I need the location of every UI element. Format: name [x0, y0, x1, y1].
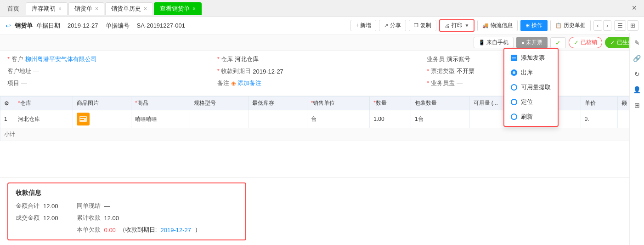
- nav-prev[interactable]: ‹: [593, 20, 602, 31]
- sidebar-link-icon[interactable]: 🔗: [631, 52, 643, 64]
- same-order-item: 同单现结 —: [77, 202, 201, 210]
- customer-value[interactable]: 柳州粤港平安气体有限公司: [25, 55, 97, 63]
- warehouse-value: 河北仓库: [235, 55, 259, 63]
- window-close-button[interactable]: ×: [626, 3, 642, 13]
- ticket-type-label: 票据类型: [427, 67, 455, 75]
- col-product-img: 商品图片: [73, 97, 131, 110]
- menu-out-warehouse[interactable]: 出库: [504, 65, 558, 80]
- receipt-info: 收款信息 金额合计 12.00 成交金额 12.00: [7, 182, 246, 240]
- doc-number-label: 单据编号: [106, 22, 130, 30]
- new-button-label: + 新增: [356, 22, 371, 29]
- arrears-end: ）: [195, 226, 201, 234]
- receipt-title: 收款信息: [16, 189, 238, 197]
- add-invoice-icon: [511, 55, 517, 61]
- view-grid[interactable]: ⊞: [627, 20, 638, 31]
- share-button-label: 分享: [390, 22, 401, 29]
- view-list[interactable]: ☰: [614, 20, 626, 31]
- svg-rect-4: [512, 58, 516, 58]
- address-field: 客户地址 —: [7, 67, 217, 75]
- menu-add-invoice[interactable]: 添加发票: [504, 51, 558, 65]
- svg-rect-1: [80, 117, 86, 118]
- menu-available-qty[interactable]: 可用量提取: [504, 80, 558, 95]
- menu-locate-label: 定位: [521, 98, 533, 106]
- project-field: 项目 —: [7, 79, 217, 87]
- row-product-img: [73, 110, 131, 128]
- menu-out-warehouse-label: 出库: [521, 68, 533, 77]
- row-quantity: 1.00: [370, 110, 411, 128]
- project-label: 项目: [7, 79, 19, 87]
- address-value: —: [33, 68, 39, 75]
- receipt-rows: 金额合计 12.00 成交金额 12.00 同单现结 —: [16, 202, 238, 234]
- copy-button[interactable]: ❐ 复制: [409, 20, 436, 31]
- add-note-plus-icon: ⊕: [231, 80, 236, 87]
- available-qty-icon: [511, 84, 517, 91]
- tab-inventory[interactable]: 库存期初 ×: [26, 2, 68, 15]
- tab-view-sales-label: 查看销货单: [160, 5, 190, 13]
- sidebar-rotate-icon[interactable]: ↻: [631, 68, 643, 80]
- tab-sales-history-close[interactable]: ×: [144, 6, 147, 12]
- menu-locate[interactable]: 定位: [504, 95, 558, 109]
- arrears-label: 本单欠款: [77, 226, 101, 234]
- new-button[interactable]: + 新增: [350, 20, 376, 31]
- add-note-button[interactable]: ⊕ 添加备注: [231, 79, 261, 87]
- toolbar: ↩ 销货单 单据日期 2019-12-27 单据编号 SA-20191227-0…: [0, 17, 644, 35]
- col-settings: ⚙: [0, 97, 14, 110]
- row-spec: [190, 110, 249, 128]
- nav-next[interactable]: ›: [603, 20, 611, 31]
- same-order-value: —: [104, 203, 110, 210]
- product-image: [77, 113, 90, 125]
- toolbar-actions: + 新增 ↗ 分享 ❐ 复制 🖨 打印 ▼ 🚚 物流信息: [350, 19, 638, 32]
- col-min-stock: 最低库存: [249, 97, 307, 110]
- tab-view-sales-close[interactable]: ×: [192, 6, 196, 12]
- doc-date-label: 单据日期: [36, 22, 60, 30]
- row-unit: 台: [307, 110, 370, 128]
- sidebar-edit-icon[interactable]: ✎: [631, 37, 643, 49]
- cumulative-value: 12.00: [104, 215, 119, 222]
- confirmed-label: 已核销: [581, 39, 597, 46]
- history-button[interactable]: 📋 历史单据: [550, 20, 591, 31]
- total-amount-value: 12.00: [43, 203, 58, 210]
- arrears-note: （收款到期日:: [119, 226, 157, 234]
- operation-button[interactable]: ⊞ 操作: [520, 20, 548, 31]
- copy-button-label: 复制: [420, 22, 431, 29]
- from-phone-button[interactable]: 📱 来自手机: [474, 37, 514, 48]
- tab-sales-history[interactable]: 销货单历史 ×: [105, 2, 153, 15]
- tab-sales-close[interactable]: ×: [95, 6, 98, 12]
- print-button[interactable]: 🖨 打印 ▼: [439, 19, 475, 32]
- menu-refresh[interactable]: 刷新: [504, 109, 558, 124]
- row-pack-qty: 1台: [411, 110, 469, 128]
- tab-view-sales[interactable]: 查看销货单 ×: [154, 2, 202, 15]
- right-sidebar: ✎ 🔗 ↻ 👤 ⊞ ⤢: [629, 33, 644, 245]
- logistics-button[interactable]: 🚚 物流信息: [477, 20, 518, 31]
- col-unit: *销售单位: [307, 97, 370, 110]
- operation-menu: 添加发票 出库 可用量提取 定位 刷新: [503, 48, 559, 127]
- share-button[interactable]: ↗ 分享: [379, 20, 406, 31]
- row-unit-price: 0.: [581, 110, 617, 128]
- menu-refresh-label: 刷新: [521, 113, 533, 121]
- payment-date-label: 收款到期日: [217, 67, 251, 75]
- payment-date-field: 收款到期日 2019-12-27: [217, 67, 427, 75]
- menu-add-invoice-label: 添加发票: [521, 54, 545, 62]
- subtotal-row: 小计: [0, 128, 644, 141]
- cumulative-item: 累计收款 12.00: [77, 214, 201, 222]
- doc-type: 销货单: [15, 22, 33, 30]
- same-order-label: 同单现结: [77, 202, 101, 210]
- address-label: 客户地址: [7, 67, 31, 75]
- sidebar-grid-icon[interactable]: ⊞: [631, 99, 643, 111]
- customer-label: 客户: [7, 55, 23, 63]
- tab-sales[interactable]: 销货单 ×: [68, 2, 104, 15]
- col-quantity: *数量: [370, 97, 411, 110]
- tab-inventory-close[interactable]: ×: [58, 6, 62, 12]
- svg-rect-3: [512, 57, 516, 57]
- tab-home[interactable]: 首页: [2, 2, 25, 15]
- logistics-button-label: 物流信息: [491, 22, 513, 29]
- confirmed-button[interactable]: ✓ 已核销: [569, 37, 602, 48]
- col-warehouse: *仓库: [14, 97, 73, 110]
- transaction-amount-value: 12.00: [43, 215, 58, 222]
- transaction-amount-item: 成交金额 12.00: [16, 214, 58, 222]
- not-open-button[interactable]: ● 未开票: [516, 37, 548, 48]
- col-unit-price: 单价: [581, 97, 617, 110]
- doc-number-value: SA-20191227-001: [137, 22, 186, 29]
- sidebar-user-icon[interactable]: 👤: [631, 84, 643, 96]
- total-amount-item: 金额合计 12.00: [16, 202, 58, 210]
